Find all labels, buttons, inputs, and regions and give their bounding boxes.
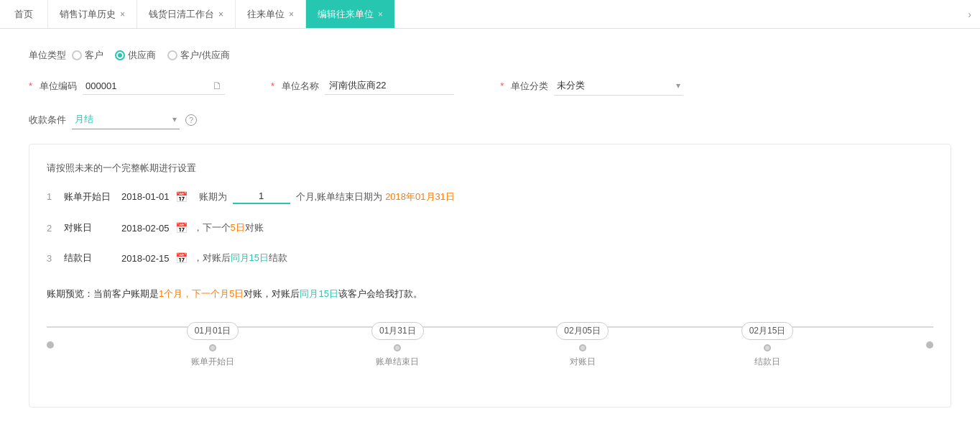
- unit-code-label: 单位编码: [40, 80, 77, 93]
- unit-code-copy-icon[interactable]: 🗋: [209, 80, 225, 91]
- preview-part3: 同月15日: [300, 288, 338, 299]
- collect-condition-row: 收款条件 月结 ▾ ?: [29, 110, 951, 129]
- preview-section: 账期预览：当前客户账期是1个月，下一个月5日对账，对账后同月15日该客户会给我打…: [47, 276, 933, 390]
- tab-bar: 首页 销售订单历史 × 钱货日清工作台 × 往来单位 × 编辑往来单位 × ›: [0, 0, 980, 29]
- tab-sales-history-label: 销售订单历史: [60, 8, 116, 21]
- unit-code-input[interactable]: [83, 78, 209, 94]
- row-number-1: 1: [47, 191, 64, 202]
- unit-type-label: 单位类型: [29, 49, 66, 62]
- preview-middle: 对账，对账后: [244, 288, 300, 299]
- row-number-3: 3: [47, 253, 64, 264]
- reconcile-desc-prefix: ，下一个: [193, 221, 231, 234]
- tab-edit-unit[interactable]: 编辑往来单位 ×: [306, 0, 395, 28]
- unit-name-field: * 单位名称: [271, 78, 454, 95]
- collect-condition-dropdown[interactable]: 月结 ▾: [72, 110, 180, 129]
- timeline-end-dot: [926, 341, 933, 349]
- radio-customer-supplier-circle: [167, 50, 177, 60]
- setting-row-3: 3 结款日 2018-02-15 📅 ，对账后 同月15日 结款: [47, 252, 933, 264]
- start-date-value: 2018-01-01: [121, 191, 170, 202]
- settlement-date-value: 2018-02-15: [121, 253, 170, 264]
- tab-sales-history[interactable]: 销售订单历史 ×: [48, 0, 137, 28]
- row-number-2: 2: [47, 223, 64, 234]
- preview-prefix: 账期预览：当前客户账期是: [47, 288, 159, 299]
- radio-supplier-label: 供应商: [128, 49, 156, 62]
- collect-condition-arrow: ▾: [172, 114, 177, 124]
- unit-type-field: 单位类型 客户 供应商 客户/供应商: [29, 49, 230, 62]
- timeline: 01月01日 账单开始日 01月31日 账单结束日 02月05日 对账日: [47, 315, 933, 390]
- tab-cash-clearing[interactable]: 钱货日清工作台 ×: [137, 0, 236, 28]
- period-end-date: 2018年01月31日: [385, 190, 455, 203]
- timeline-label-1: 账单开始日: [191, 356, 234, 368]
- timeline-label-2: 账单结束日: [376, 356, 419, 368]
- unit-type-row: 单位类型 客户 供应商 客户/供应商: [29, 49, 951, 62]
- tab-related-units-close[interactable]: ×: [289, 9, 294, 19]
- period-suffix: 个月,账单结束日期为: [296, 190, 383, 203]
- timeline-badge-3: 02月05日: [556, 322, 609, 340]
- reconcile-date-value: 2018-02-05: [121, 223, 170, 234]
- timeline-badge-2: 01月31日: [371, 322, 424, 340]
- card-title: 请按照未来的一个完整帐期进行设置: [47, 162, 933, 175]
- unit-category-label: 单位分类: [511, 80, 548, 93]
- timeline-point-2: 01月31日 账单结束日: [371, 322, 424, 368]
- timeline-dot-1: [209, 344, 216, 351]
- start-date-wrap: 2018-01-01 📅: [121, 191, 188, 203]
- radio-customer[interactable]: 客户: [72, 49, 103, 62]
- radio-customer-supplier[interactable]: 客户/供应商: [167, 49, 230, 62]
- unit-code-field: * 单位编码 🗋: [29, 78, 225, 95]
- timeline-badge-1: 01月01日: [187, 322, 239, 340]
- tab-edit-unit-close[interactable]: ×: [378, 9, 383, 19]
- timeline-dot-2: [394, 344, 401, 351]
- period-input[interactable]: [233, 189, 290, 204]
- tab-more-arrow[interactable]: ›: [959, 9, 980, 20]
- reconcile-desc-highlight: 5日: [231, 221, 245, 234]
- reconcile-date-calendar-icon[interactable]: 📅: [175, 222, 188, 234]
- timeline-line: [47, 326, 933, 328]
- row-label-3: 结款日: [64, 252, 121, 264]
- row-label-1: 账单开始日: [64, 190, 121, 203]
- preview-suffix: 该客户会给我打款。: [338, 288, 422, 299]
- timeline-point-4: 02月15日 结款日: [741, 322, 794, 368]
- unit-name-required: *: [271, 80, 274, 91]
- tab-home-label: 首页: [14, 8, 33, 21]
- tab-home[interactable]: 首页: [0, 0, 48, 28]
- unit-category-required: *: [500, 80, 504, 91]
- settlement-desc-prefix: ，对账后: [193, 252, 231, 264]
- help-icon[interactable]: ?: [185, 114, 197, 126]
- timeline-label-3: 对账日: [570, 356, 596, 368]
- start-date-calendar-icon[interactable]: 📅: [175, 191, 188, 203]
- radio-supplier[interactable]: 供应商: [115, 49, 156, 62]
- unit-category-dropdown[interactable]: 未分类 ▾: [554, 76, 683, 96]
- unit-name-input[interactable]: [325, 78, 454, 95]
- unit-category-field: * 单位分类 未分类 ▾: [500, 76, 683, 96]
- settlement-date-wrap: 2018-02-15 📅: [121, 252, 188, 264]
- radio-customer-label: 客户: [85, 49, 103, 62]
- main-content: 单位类型 客户 供应商 客户/供应商 * 单位编码: [0, 29, 980, 437]
- settlement-date-calendar-icon[interactable]: 📅: [175, 252, 188, 264]
- tab-related-units[interactable]: 往来单位 ×: [236, 0, 306, 28]
- settings-card: 请按照未来的一个完整帐期进行设置 1 账单开始日 2018-01-01 📅 账期…: [29, 144, 951, 408]
- tab-edit-unit-label: 编辑往来单位: [318, 8, 374, 21]
- tab-sales-history-close[interactable]: ×: [120, 9, 125, 19]
- unit-category-arrow: ▾: [676, 80, 680, 91]
- row-label-2: 对账日: [64, 221, 121, 234]
- unit-info-row: * 单位编码 🗋 * 单位名称 * 单位分类 未分类 ▾: [29, 76, 951, 96]
- preview-part1: 1个月，: [159, 288, 192, 299]
- reconcile-date-wrap: 2018-02-05 📅: [121, 222, 188, 234]
- timeline-point-1: 01月01日 账单开始日: [187, 322, 239, 368]
- timeline-dot-3: [579, 344, 586, 351]
- unit-code-input-wrap: 🗋: [83, 78, 225, 95]
- radio-supplier-circle: [115, 50, 125, 60]
- timeline-start-dot: [47, 341, 54, 349]
- radio-customer-supplier-label: 客户/供应商: [180, 49, 230, 62]
- timeline-dot-4: [764, 344, 771, 351]
- collect-condition-field: 收款条件 月结 ▾ ?: [29, 110, 197, 129]
- unit-name-label: 单位名称: [282, 80, 319, 93]
- settlement-desc-suffix: 结款: [269, 252, 287, 264]
- preview-text: 账期预览：当前客户账期是1个月，下一个月5日对账，对账后同月15日该客户会给我打…: [47, 288, 933, 300]
- radio-customer-circle: [72, 50, 82, 60]
- tab-cash-clearing-close[interactable]: ×: [218, 9, 223, 19]
- unit-category-value: 未分类: [557, 79, 676, 92]
- timeline-badge-4: 02月15日: [741, 322, 794, 340]
- tab-related-units-label: 往来单位: [247, 8, 285, 21]
- collect-condition-value: 月结: [75, 113, 170, 126]
